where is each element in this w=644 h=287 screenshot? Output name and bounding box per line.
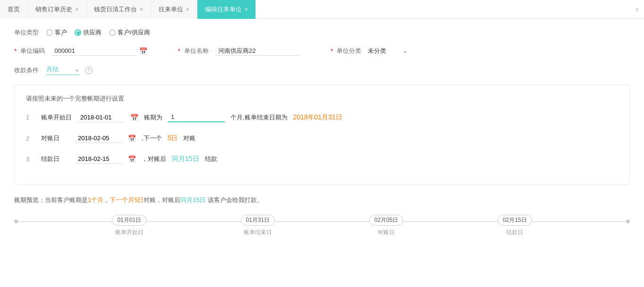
tabs-bar: 首页 销售订单历史 × 钱货日清工作台 × 往来单位 × 编辑往来单位 × ›: [0, 0, 644, 19]
reconcile-date-calendar-icon[interactable]: 📅: [128, 135, 136, 142]
row-field-label-2: 对账日: [41, 134, 69, 143]
payment-condition-row: 收款条件 月结 ⌄ ?: [14, 65, 630, 75]
preview-suffix: 该客户会给我打款。: [206, 196, 263, 203]
tab-sales-history[interactable]: 销售订单历史 ×: [28, 0, 86, 19]
timeline-date-1: 01月31日: [246, 217, 270, 223]
period-prefix: 账期为: [144, 113, 162, 122]
unit-name-input[interactable]: [215, 46, 300, 56]
unit-code-label: 单位编码: [20, 47, 45, 55]
radio-customer[interactable]: 客户: [46, 28, 67, 37]
reconcile-desc-highlight: 5日: [168, 134, 178, 143]
start-date-input[interactable]: [77, 113, 125, 122]
page-content: 单位类型 客户 供应商 客户/供应商 * 单位编码 📅 * 单位名称: [0, 19, 644, 287]
row-field-label-3: 结款日: [41, 155, 69, 163]
timeline-container: 01月01日 账单开始日 01月31日 账单结束日 02月05日 对账日 02月…: [14, 215, 630, 236]
settle-desc-prefix: ，对账后: [142, 155, 166, 163]
tab-home-label: 首页: [8, 5, 20, 14]
help-icon[interactable]: ?: [85, 67, 93, 74]
timeline-bubble-3: 02月15日: [498, 215, 532, 226]
timeline-date-3: 02月15日: [503, 217, 527, 223]
preview-prefix: 账期预览：当前客户账期是: [14, 196, 88, 203]
reconcile-desc-suffix: 对账: [183, 134, 195, 143]
reconcile-desc-prefix: ,下一个: [142, 134, 162, 143]
payment-condition-chevron-icon[interactable]: ⌄: [75, 66, 79, 73]
row-num-2: 2: [26, 135, 35, 142]
timeline-left-dot: [14, 219, 18, 223]
setting-row-1: 1 账单开始日 📅 账期为 个月,账单结束日期为 2018年01月31日: [26, 112, 618, 122]
timeline-date-0: 01月01日: [117, 217, 141, 223]
unit-name-field: * 单位名称: [178, 46, 300, 56]
tab-partner-label: 往来单位: [159, 5, 183, 14]
tab-cashwork-label: 钱货日清工作台: [94, 5, 137, 14]
timeline-bubble-2: 02月05日: [369, 215, 404, 226]
settle-date-calendar-icon[interactable]: 📅: [128, 155, 136, 163]
unit-category-star: *: [330, 47, 333, 55]
unit-code-input[interactable]: [51, 46, 136, 56]
timeline-right-dot: [626, 219, 630, 223]
radio-customer-supplier-circle: [109, 29, 116, 36]
setting-row-3: 3 结款日 📅 ，对账后 同月15日 结款: [26, 154, 618, 164]
row-num-3: 3: [26, 156, 35, 163]
radio-customer-supplier-label: 客户/供应商: [118, 28, 150, 37]
radio-supplier-label: 供应商: [83, 28, 102, 37]
tab-partner-close[interactable]: ×: [186, 6, 189, 13]
tab-edit-partner[interactable]: 编辑往来单位 ×: [197, 0, 256, 19]
unit-category-value: 未分类: [368, 47, 396, 55]
timeline-label-2: 对账日: [378, 228, 395, 236]
unit-category-field: * 单位分类 未分类 ⌄: [330, 47, 407, 55]
start-date-calendar-icon[interactable]: 📅: [130, 114, 138, 121]
tab-sales-history-close[interactable]: ×: [75, 6, 78, 13]
row-field-label-1: 账单开始日: [41, 113, 72, 122]
unit-type-radio-group: 客户 供应商 客户/供应商: [46, 28, 150, 37]
payment-condition-value: 月结: [46, 65, 75, 74]
preview-part2: 下一个月5日: [110, 196, 144, 203]
radio-supplier[interactable]: 供应商: [75, 28, 102, 37]
preview-section: 账期预览：当前客户账期是1个月，下一个月5日对账，对账后同月15日 该客户会给我…: [14, 194, 630, 205]
tab-edit-partner-label: 编辑往来单位: [205, 5, 242, 14]
settle-desc-suffix: 结款: [205, 155, 217, 163]
unit-type-label: 单位类型: [14, 28, 39, 37]
settle-desc-highlight: 同月15日: [172, 155, 199, 163]
unit-code-field: * 单位编码 📅: [14, 46, 147, 56]
unit-type-row: 单位类型 客户 供应商 客户/供应商: [14, 28, 630, 37]
timeline-point-1: 01月31日 账单结束日: [241, 215, 275, 236]
timeline-label-1: 账单结束日: [244, 228, 272, 236]
radio-customer-supplier[interactable]: 客户/供应商: [109, 28, 150, 37]
tab-home[interactable]: 首页: [0, 0, 28, 19]
unit-category-dropdown-icon[interactable]: ⌄: [403, 48, 407, 54]
timeline-label-3: 结款日: [506, 228, 523, 236]
timeline-point-0: 01月01日 账单开始日: [112, 215, 146, 236]
settle-date-input[interactable]: [75, 154, 122, 164]
period-end-date: 2018年01月31日: [293, 113, 342, 122]
tab-sales-history-label: 销售订单历史: [35, 5, 72, 14]
timeline-items: 01月01日 账单开始日 01月31日 账单结束日 02月05日 对账日 02月…: [14, 215, 630, 236]
period-suffix: 个月,账单结束日期为: [230, 113, 288, 122]
unit-info-row: * 单位编码 📅 * 单位名称 * 单位分类 未分类 ⌄: [14, 46, 630, 56]
preview-comma: ，: [103, 196, 110, 203]
radio-customer-circle: [46, 29, 53, 36]
payment-condition-select-wrapper: 月结 ⌄: [46, 65, 79, 75]
preview-middle: 对账，对账后: [144, 196, 180, 203]
tab-partner[interactable]: 往来单位 ×: [151, 0, 197, 19]
timeline-date-2: 02月05日: [374, 217, 398, 223]
unit-code-star: *: [14, 47, 17, 55]
radio-supplier-circle: [75, 29, 81, 36]
reconcile-date-input[interactable]: [75, 134, 122, 143]
tab-edit-partner-close[interactable]: ×: [245, 6, 248, 13]
tab-more-button[interactable]: ›: [630, 5, 644, 14]
preview-part1: 1个月: [88, 196, 103, 203]
timeline-bubble-0: 01月01日: [112, 215, 146, 226]
timeline-point-2: 02月05日 对账日: [369, 215, 404, 236]
unit-code-calendar-icon[interactable]: 📅: [139, 47, 147, 55]
unit-category-label: 单位分类: [337, 47, 361, 55]
row-num-1: 1: [26, 114, 35, 121]
timeline-label-0: 账单开始日: [115, 228, 144, 236]
timeline-point-3: 02月15日 结款日: [498, 215, 532, 236]
timeline-bubble-1: 01月31日: [241, 215, 275, 226]
tab-cashwork[interactable]: 钱货日清工作台 ×: [86, 0, 151, 19]
unit-name-star: *: [178, 47, 180, 55]
settings-card: 请按照未来的一个完整帐期进行设置 1 账单开始日 📅 账期为 个月,账单结束日期…: [14, 84, 630, 185]
tab-cashwork-close[interactable]: ×: [140, 6, 143, 13]
period-input[interactable]: [168, 112, 225, 122]
preview-part3: 同月15日: [180, 196, 205, 203]
